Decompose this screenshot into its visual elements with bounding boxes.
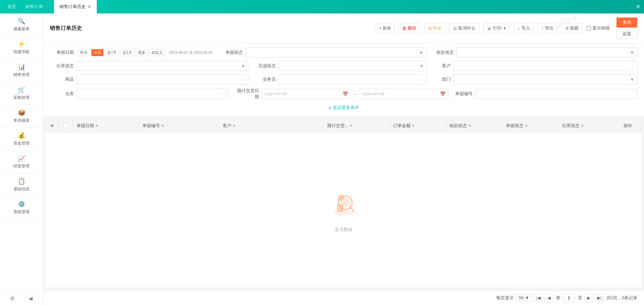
sidebar-item-operations[interactable]: 📈 经营管理 (0, 151, 43, 174)
sidebar-settings-icon[interactable]: ⚙ (10, 295, 15, 302)
btn-1month[interactable]: 近1月 (120, 49, 134, 56)
settings-button[interactable]: 设置 (616, 29, 637, 39)
filter-row-1: 单据日期 昨天 今天 近7天 近1月 更多 自定义 2023-06-02 至 2… (50, 47, 637, 58)
tab-sales-order[interactable]: 销售订单 ✕ (20, 0, 54, 13)
per-page-label: 每页显示 (496, 295, 514, 301)
cancel-stop-button[interactable]: ⊙ 取消中止 (449, 23, 479, 33)
sidebar: 🔍 搜索菜单 ⚡ 快捷导航 📊 销售管理 🛒 采购管理 📦 库存核算 💰 资金管… (0, 13, 43, 305)
svg-rect-7 (338, 207, 341, 208)
sidebar-item-finance[interactable]: 💰 资金管理 (0, 128, 43, 151)
doc-num-label: 单据编号 (455, 91, 475, 97)
th-delivery[interactable]: 预计交货... ⇅ (323, 119, 389, 132)
page-title: 销售订单历史 (50, 25, 372, 32)
th-amount[interactable]: 订单金额 ⇅ (389, 119, 445, 132)
page-header: 销售订单历史 + 新增 🗑 删除 ⊘ 中止 ⊙ 取消中止 🖨 打印 ▼ ↓ 导入 (43, 13, 644, 43)
out-status-select[interactable]: ▼ (77, 61, 248, 71)
th-out-status[interactable]: 出库状态 ⇅ (558, 119, 614, 132)
svg-line-3 (350, 207, 354, 211)
th-pay-status[interactable]: 收款状态 ⇅ (445, 119, 502, 132)
complete-status-select[interactable]: ▼ (278, 61, 427, 71)
th-doc-status[interactable]: 单据状态 ⇅ (502, 119, 558, 132)
collapse-icon: ∧ (328, 105, 332, 110)
sales-icon: 📊 (18, 63, 25, 71)
customer-dots-icon[interactable]: ··· (631, 64, 634, 69)
sort-amount-icon: ⇅ (412, 124, 415, 127)
sort-doc-icon: ⇅ (525, 124, 527, 127)
dept-label: 部门 (433, 76, 454, 82)
sidebar-item-search[interactable]: 🔍 搜索菜单 (0, 13, 43, 36)
empty-state: 暂无数据 (46, 132, 641, 288)
next-page-button[interactable]: ▶ (585, 294, 593, 302)
page-input[interactable] (563, 294, 575, 302)
warehouse-dots-icon[interactable]: ··· (221, 91, 225, 97)
empty-text: 暂无数据 (335, 227, 352, 233)
sidebar-item-system[interactable]: ⚙️ 系统管理 (0, 196, 43, 219)
delete-button[interactable]: 🗑 删除 (398, 23, 420, 33)
window-close-button[interactable]: ✕ (636, 3, 641, 10)
import-button[interactable]: ↓ 导入 (514, 23, 534, 33)
display-toggle[interactable]: 显示明细 (587, 25, 610, 31)
filter-row-4: 仓库 ··· 预计交货日期 yyyy-mm-dd 📅 — yyyy-mm-dd … (50, 88, 637, 100)
header-checkbox[interactable] (63, 123, 68, 128)
refresh-button[interactable]: ↺ 刷新 (561, 23, 583, 33)
sidebar-item-quicknav[interactable]: ⚡ 快捷导航 (0, 36, 43, 59)
calendar2-icon[interactable]: 📅 (440, 91, 445, 97)
purchase-icon: 🛒 (18, 86, 25, 93)
th-client[interactable]: 客户 ⇅ (219, 119, 323, 132)
last-page-button[interactable]: ▶| (596, 294, 604, 302)
export-button[interactable]: ↑ 导出 (538, 23, 558, 33)
doc-status-select[interactable]: ▼ (246, 47, 426, 58)
refresh-icon: ↺ (565, 26, 569, 31)
sidebar-item-basic-info[interactable]: 📋 基础信息 (0, 174, 43, 196)
tab-sales-order-history[interactable]: 销售订单历史 ✕ (54, 0, 97, 13)
page-suffix: 页 (578, 295, 582, 301)
btn-more[interactable]: 更多 (136, 49, 148, 56)
total-records: 共0页，0条记录 (606, 295, 637, 301)
svg-rect-5 (337, 204, 343, 212)
query-button[interactable]: 查询 (616, 17, 637, 28)
payment-status-select[interactable]: ▼ (457, 47, 637, 58)
th-date[interactable]: 单据日期 ⇅ (73, 119, 138, 132)
dept-select[interactable]: ▼ (454, 74, 637, 84)
stop-button[interactable]: ⊘ 中止 (424, 23, 445, 33)
tab-close-sales-order[interactable]: ✕ (45, 4, 48, 9)
basicinfo-icon: 📋 (18, 178, 25, 185)
sidebar-item-purchase[interactable]: 🛒 采购管理 (0, 82, 43, 105)
btn-yesterday[interactable]: 昨天 (78, 49, 90, 56)
filter-area: 单据日期 昨天 今天 近7天 近1月 更多 自定义 2023-06-02 至 2… (43, 43, 644, 116)
sort-delivery-icon: ⇅ (350, 124, 352, 127)
print-button[interactable]: 🖨 打印 ▼ (483, 23, 510, 33)
sidebar-item-inventory[interactable]: 📦 库存核算 (0, 105, 43, 128)
main-layout: 🔍 搜索菜单 ⚡ 快捷导航 📊 销售管理 🛒 采购管理 📦 库存核算 💰 资金管… (0, 13, 644, 305)
dept-chevron-icon: ▼ (630, 77, 634, 82)
tab-home[interactable]: 首页 (3, 4, 20, 10)
delivery-date1-placeholder: yyyy-mm-dd (265, 91, 343, 96)
expected-delivery-label: 预计交货日期 (235, 88, 262, 100)
salesman-dots-icon[interactable]: ··· (420, 77, 424, 82)
tab-close-history[interactable]: ✕ (88, 4, 91, 9)
btn-custom[interactable]: 自定义 (149, 49, 165, 56)
complete-status-chevron-icon: ▼ (419, 64, 424, 69)
goods-dots-icon[interactable]: ··· (242, 77, 246, 82)
th-settings[interactable]: ⚙ (46, 119, 59, 132)
prev-page-button[interactable]: ◀ (545, 294, 553, 302)
doc-num-input[interactable] (475, 89, 637, 99)
content-area: 销售订单历史 + 新增 🗑 删除 ⊘ 中止 ⊙ 取消中止 🖨 打印 ▼ ↓ 导入 (43, 13, 644, 305)
th-num[interactable]: 单据编号 ⇅ (138, 119, 219, 132)
calendar1-icon[interactable]: 📅 (343, 91, 348, 97)
sidebar-item-sales[interactable]: 📊 销售管理 (0, 59, 43, 82)
first-page-button[interactable]: |◀ (534, 294, 543, 302)
sidebar-collapse-icon[interactable]: ◀ (29, 295, 33, 302)
per-page-select[interactable]: 50 ▼ (516, 294, 531, 301)
collapse-btn[interactable]: ∧ 收起更多条件 (50, 103, 637, 112)
th-checkbox[interactable] (59, 119, 73, 132)
btn-7days[interactable]: 近7天 (105, 49, 119, 56)
new-button[interactable]: + 新增 (376, 24, 394, 33)
payment-status-chevron-icon: ▼ (630, 50, 634, 55)
export-icon: ↑ (542, 26, 544, 31)
display-toggle-checkbox[interactable] (587, 26, 591, 31)
svg-point-0 (334, 210, 354, 216)
inventory-icon: 📦 (18, 109, 25, 116)
btn-today[interactable]: 今天 (91, 49, 103, 56)
import-icon: ↓ (518, 26, 520, 31)
